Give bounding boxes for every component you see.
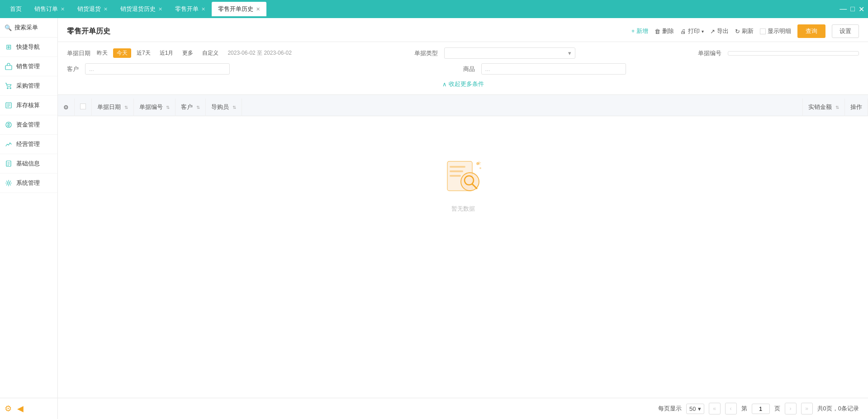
- date-opt-last7[interactable]: 近7天: [133, 48, 154, 58]
- page-size-select[interactable]: 50 ▾: [686, 404, 704, 414]
- doc-type-select[interactable]: ▾: [444, 47, 575, 59]
- goods-placeholder: ...: [485, 66, 490, 72]
- tab-home[interactable]: 首页: [4, 2, 28, 16]
- col-doc-number[interactable]: 单据编号 ⇅: [133, 99, 175, 116]
- customer-label: 客户: [67, 65, 79, 73]
- filter-row-2: 客户 ... 商品 ...: [67, 63, 859, 75]
- tab-retail-open-label: 零售开单: [175, 5, 199, 13]
- print-dropdown-icon: ▾: [702, 29, 704, 34]
- sidebar-item-purchase-mgmt-label: 采购管理: [16, 82, 40, 90]
- sys-mgmt-icon: [5, 179, 13, 187]
- column-settings-icon[interactable]: ⚙: [63, 104, 69, 111]
- date-opt-last-month[interactable]: 近1月: [156, 48, 177, 58]
- col-action: 操作: [845, 99, 868, 116]
- collapse-sidebar-icon[interactable]: ◀: [17, 404, 24, 414]
- delete-button[interactable]: 🗑 删除: [655, 27, 674, 35]
- last-page-btn[interactable]: »: [801, 403, 813, 414]
- sales-mgmt-icon: [5, 62, 13, 71]
- tab-retail-open-history-close[interactable]: ✕: [256, 6, 260, 12]
- chevron-up-icon: ∧: [442, 81, 447, 88]
- date-opt-today[interactable]: 今天: [113, 48, 131, 58]
- col-actual-amount-sort-icon: ⇅: [835, 105, 839, 110]
- settings-button[interactable]: 设置: [832, 24, 859, 38]
- col-guide[interactable]: 导购员 ⇅: [205, 99, 242, 116]
- doc-type-label: 单据类型: [414, 49, 438, 57]
- col-actual-amount-label: 实销金额: [808, 104, 832, 110]
- print-button[interactable]: 🖨 打印 ▾: [680, 27, 704, 35]
- page-size-dropdown-icon: ▾: [698, 405, 701, 412]
- query-button[interactable]: 查询: [797, 24, 825, 38]
- customer-input[interactable]: ...: [85, 63, 230, 75]
- table-header-row: ⚙ 单据日期 ⇅ 单据编号 ⇅: [58, 99, 868, 116]
- svg-rect-0: [5, 66, 12, 70]
- col-checkbox[interactable]: [75, 99, 92, 116]
- tab-home-label: 首页: [10, 5, 22, 13]
- display-detail-toggle[interactable]: 显示明细: [760, 27, 791, 35]
- tab-sales-return[interactable]: 销货退货 ✕: [71, 2, 114, 16]
- empty-text: 暂无数据: [451, 205, 475, 213]
- sidebar-item-ops-mgmt[interactable]: 经营管理: [0, 135, 57, 154]
- svg-point-6: [8, 182, 10, 184]
- sidebar: 🔍 搜索采单 ⊞ 快捷导航 销售管理 采购管理 库存核算: [0, 18, 58, 419]
- tab-sales-return-history-close[interactable]: ✕: [158, 6, 162, 12]
- tab-sales-order-close[interactable]: ✕: [61, 6, 65, 12]
- tab-sales-return-close[interactable]: ✕: [104, 6, 108, 12]
- new-button[interactable]: + 新增: [631, 27, 648, 35]
- sidebar-search[interactable]: 🔍 搜索采单: [0, 18, 57, 38]
- sidebar-item-finance-mgmt[interactable]: 资金管理: [0, 115, 57, 135]
- col-actual-amount[interactable]: 实销金额 ⇅: [803, 99, 845, 116]
- page-label-suffix: 页: [774, 405, 780, 413]
- tab-retail-open[interactable]: 零售开单 ✕: [169, 2, 212, 16]
- sidebar-item-finance-mgmt-label: 资金管理: [16, 121, 40, 129]
- delete-icon: 🗑: [655, 28, 660, 35]
- maximize-btn[interactable]: □: [850, 5, 855, 13]
- date-opt-yesterday[interactable]: 昨天: [93, 48, 111, 58]
- col-guide-label: 导购员: [211, 104, 229, 110]
- close-btn[interactable]: ✕: [859, 5, 864, 14]
- display-detail-checkbox[interactable]: [760, 28, 766, 34]
- col-doc-date-label: 单据日期: [97, 104, 121, 110]
- date-opt-more[interactable]: 更多: [179, 48, 197, 58]
- sidebar-item-inventory-check-label: 库存核算: [16, 101, 40, 109]
- tab-retail-open-history[interactable]: 零售开单历史 ✕: [212, 2, 266, 16]
- data-table: ⚙ 单据日期 ⇅ 单据编号 ⇅: [58, 99, 868, 116]
- goods-input[interactable]: ...: [481, 63, 626, 75]
- sidebar-item-base-info[interactable]: 基础信息: [0, 154, 57, 174]
- inventory-check-icon: [5, 101, 13, 109]
- doc-number-input[interactable]: [728, 51, 859, 56]
- sidebar-item-sales-mgmt[interactable]: 销售管理: [0, 57, 57, 76]
- select-all-checkbox[interactable]: [80, 104, 86, 109]
- col-customer[interactable]: 客户 ⇅: [175, 99, 206, 116]
- collapse-label: 收起更多条件: [449, 80, 484, 88]
- col-settings[interactable]: ⚙: [58, 99, 75, 116]
- refresh-button[interactable]: ↻ 刷新: [735, 27, 754, 35]
- tab-retail-open-close[interactable]: ✕: [201, 6, 205, 12]
- base-info-icon: [5, 160, 13, 168]
- col-customer-sort-icon: ⇅: [196, 105, 200, 110]
- first-page-btn[interactable]: «: [709, 403, 721, 414]
- sidebar-item-inventory-check[interactable]: 库存核算: [0, 96, 57, 115]
- settings-bottom-icon[interactable]: ⚙: [5, 404, 12, 414]
- tab-sales-return-history[interactable]: 销货退货历史 ✕: [114, 2, 169, 16]
- tab-sales-order[interactable]: 销售订单 ✕: [28, 2, 71, 16]
- col-doc-date-sort-icon: ⇅: [124, 105, 128, 110]
- collapse-more-btn[interactable]: ∧ 收起更多条件: [67, 79, 859, 89]
- sidebar-item-quick-nav[interactable]: ⊞ 快捷导航: [0, 38, 57, 57]
- sidebar-item-sys-mgmt[interactable]: 系统管理: [0, 174, 57, 193]
- table-container: ⚙ 单据日期 ⇅ 单据编号 ⇅: [58, 99, 868, 398]
- tab-sales-return-label: 销货退货: [77, 5, 101, 13]
- doc-number-label: 单据编号: [698, 49, 721, 57]
- next-page-btn[interactable]: ›: [785, 403, 797, 414]
- export-button[interactable]: ↗ 导出: [710, 27, 729, 35]
- col-guide-sort-icon: ⇅: [232, 105, 236, 110]
- prev-page-btn[interactable]: ‹: [725, 403, 737, 414]
- minimize-btn[interactable]: —: [840, 5, 847, 13]
- main-layout: 🔍 搜索采单 ⊞ 快捷导航 销售管理 采购管理 库存核算: [0, 18, 868, 419]
- col-doc-date[interactable]: 单据日期 ⇅: [92, 99, 134, 116]
- goods-label: 商品: [463, 65, 475, 73]
- sidebar-item-purchase-mgmt[interactable]: 采购管理: [0, 76, 57, 96]
- filter-area: 单据日期 昨天 今天 近7天 近1月 更多 自定义 2023-06-02 至 2…: [58, 42, 868, 95]
- date-opt-custom[interactable]: 自定义: [199, 48, 222, 58]
- page-number-input[interactable]: [752, 404, 770, 414]
- page-label-prefix: 第: [741, 405, 747, 413]
